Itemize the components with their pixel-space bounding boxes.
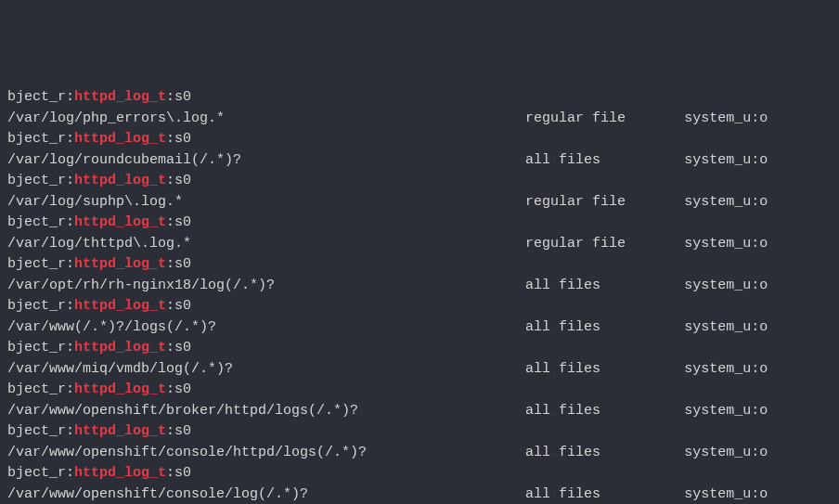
file-type: all files <box>525 486 684 502</box>
context-suffix: :s0 <box>166 465 191 481</box>
context-prefix: bject_r: <box>7 340 74 355</box>
context-suffix: :s0 <box>166 423 191 439</box>
file-type: regular file <box>525 236 684 252</box>
context-suffix: :s0 <box>166 256 191 272</box>
context-prefix: bject_r: <box>7 381 74 397</box>
file-type: all files <box>525 445 684 460</box>
file-path: /var/www/openshift/broker/httpd/logs(/.*… <box>7 403 525 419</box>
selinux-context: system_u:o <box>684 486 768 502</box>
terminal-line: /var/www/miq/vmdb/log(/.*)? all files sy… <box>7 359 832 381</box>
terminal-line: bject_r:httpd_log_t:s0 <box>7 338 832 359</box>
terminal-line: /var/log/thttpd\.log.* regular file syst… <box>7 234 832 255</box>
terminal-line: bject_r:httpd_log_t:s0 <box>7 463 832 485</box>
selinux-context: system_u:o <box>684 361 768 377</box>
context-prefix: bject_r: <box>7 298 74 314</box>
terminal-line: bject_r:httpd_log_t:s0 <box>7 380 832 401</box>
terminal-line: /var/log/php_errors\.log.* regular file … <box>7 109 832 130</box>
context-suffix: :s0 <box>166 298 191 314</box>
terminal-line: /var/www/openshift/console/httpd/logs(/.… <box>7 443 832 464</box>
selinux-context: system_u:o <box>684 278 768 293</box>
selinux-type: httpd_log_t <box>74 173 166 188</box>
file-path: /var/opt/rh/rh-nginx18/log(/.*)? <box>7 278 525 293</box>
context-prefix: bject_r: <box>7 423 74 439</box>
file-path: /var/log/thttpd\.log.* <box>7 236 525 252</box>
selinux-context: system_u:o <box>684 236 768 252</box>
terminal-line: bject_r:httpd_log_t:s0 <box>7 87 832 109</box>
context-suffix: :s0 <box>166 214 191 230</box>
terminal-line: bject_r:httpd_log_t:s0 <box>7 296 832 317</box>
file-type: all files <box>525 403 684 419</box>
selinux-context: system_u:o <box>684 445 768 460</box>
file-type: all files <box>525 152 684 168</box>
selinux-type: httpd_log_t <box>74 340 166 355</box>
terminal-line: /var/log/suphp\.log.* regular file syste… <box>7 192 832 213</box>
selinux-context: system_u:o <box>684 319 768 335</box>
terminal-line: bject_r:httpd_log_t:s0 <box>7 171 832 192</box>
selinux-type: httpd_log_t <box>74 131 166 147</box>
file-path: /var/www(/.*)?/logs(/.*)? <box>7 319 525 335</box>
selinux-type: httpd_log_t <box>74 298 166 314</box>
terminal-line: bject_r:httpd_log_t:s0 <box>7 213 832 234</box>
file-type: regular file <box>525 110 684 126</box>
selinux-context: system_u:o <box>684 194 768 210</box>
file-type: all files <box>525 319 684 335</box>
context-suffix: :s0 <box>166 173 191 188</box>
file-path: /var/www/miq/vmdb/log(/.*)? <box>7 361 525 377</box>
context-prefix: bject_r: <box>7 173 74 188</box>
selinux-type: httpd_log_t <box>74 256 166 272</box>
terminal-line: bject_r:httpd_log_t:s0 <box>7 129 832 150</box>
selinux-type: httpd_log_t <box>74 89 166 105</box>
terminal-output: bject_r:httpd_log_t:s0/var/log/php_error… <box>7 87 832 504</box>
file-type: regular file <box>525 194 684 210</box>
terminal-line: /var/www(/.*)?/logs(/.*)? all files syst… <box>7 317 832 339</box>
context-suffix: :s0 <box>166 89 191 105</box>
terminal-line: bject_r:httpd_log_t:s0 <box>7 254 832 276</box>
selinux-context: system_u:o <box>684 110 768 126</box>
terminal-line: bject_r:httpd_log_t:s0 <box>7 421 832 443</box>
terminal-line: /var/opt/rh/rh-nginx18/log(/.*)? all fil… <box>7 276 832 297</box>
context-suffix: :s0 <box>166 340 191 355</box>
selinux-context: system_u:o <box>684 152 768 168</box>
terminal-line: /var/log/roundcubemail(/.*)? all files s… <box>7 150 832 172</box>
selinux-type: httpd_log_t <box>74 423 166 439</box>
terminal-line: /var/www/openshift/broker/httpd/logs(/.*… <box>7 401 832 422</box>
selinux-type: httpd_log_t <box>74 465 166 481</box>
selinux-type: httpd_log_t <box>74 214 166 230</box>
file-path: /var/www/openshift/console/log(/.*)? <box>7 486 525 502</box>
context-prefix: bject_r: <box>7 131 74 147</box>
selinux-type: httpd_log_t <box>74 381 166 397</box>
selinux-context: system_u:o <box>684 403 768 419</box>
file-type: all files <box>525 278 684 293</box>
file-path: /var/log/suphp\.log.* <box>7 194 525 210</box>
context-prefix: bject_r: <box>7 89 74 105</box>
context-suffix: :s0 <box>166 131 191 147</box>
file-path: /var/log/roundcubemail(/.*)? <box>7 152 525 168</box>
context-prefix: bject_r: <box>7 256 74 272</box>
file-type: all files <box>525 361 684 377</box>
context-suffix: :s0 <box>166 381 191 397</box>
file-path: /var/log/php_errors\.log.* <box>7 110 525 126</box>
context-prefix: bject_r: <box>7 465 74 481</box>
context-prefix: bject_r: <box>7 214 74 230</box>
file-path: /var/www/openshift/console/httpd/logs(/.… <box>7 445 525 460</box>
terminal-line: /var/www/openshift/console/log(/.*)? all… <box>7 485 832 505</box>
